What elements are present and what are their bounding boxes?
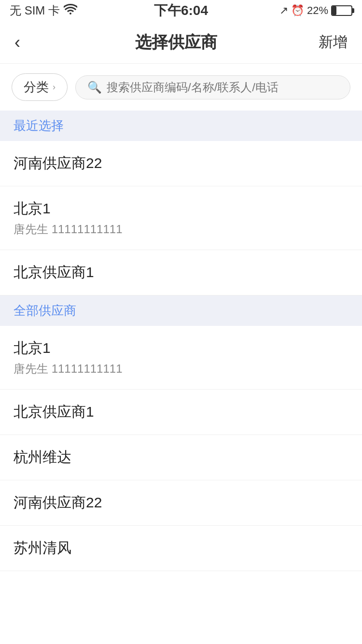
item-name: 北京供应商1 bbox=[14, 263, 348, 282]
category-button[interactable]: 分类 › bbox=[12, 73, 68, 101]
location-icon: ↗ bbox=[279, 4, 288, 17]
add-new-button[interactable]: 新增 bbox=[309, 32, 348, 52]
list-item[interactable]: 杭州维达 bbox=[0, 435, 362, 480]
category-label: 分类 bbox=[24, 79, 49, 96]
list-item[interactable]: 河南供应商22 bbox=[0, 480, 362, 526]
alarm-icon: ⏰ bbox=[291, 4, 304, 17]
item-name: 苏州清风 bbox=[14, 538, 348, 558]
item-name: 杭州维达 bbox=[14, 448, 348, 467]
recent-section-header: 最近选择 bbox=[0, 111, 362, 141]
all-section-label: 全部供应商 bbox=[14, 303, 76, 318]
back-button[interactable]: ‹ bbox=[14, 32, 43, 53]
page-title: 选择供应商 bbox=[43, 31, 309, 54]
status-right: ↗ ⏰ 22% bbox=[279, 4, 352, 17]
item-name: 北京供应商1 bbox=[14, 402, 348, 422]
search-icon: 🔍 bbox=[87, 81, 102, 94]
battery-percent: 22% bbox=[307, 4, 328, 17]
list-item[interactable]: 北京供应商1 bbox=[0, 390, 362, 435]
filter-bar: 分类 › 🔍 bbox=[0, 64, 362, 111]
list-item[interactable]: 北京供应商1 bbox=[0, 250, 362, 295]
list-item[interactable]: 北京1 唐先生 11111111111 bbox=[0, 186, 362, 250]
all-section-header: 全部供应商 bbox=[0, 295, 362, 326]
item-sub: 唐先生 11111111111 bbox=[14, 222, 348, 237]
search-box[interactable]: 🔍 bbox=[75, 75, 350, 99]
nav-bar: ‹ 选择供应商 新增 bbox=[0, 21, 362, 64]
status-left: 无 SIM 卡 bbox=[10, 3, 77, 18]
status-time: 下午6:04 bbox=[154, 1, 208, 20]
chevron-right-icon: › bbox=[53, 82, 56, 92]
sim-status: 无 SIM 卡 bbox=[10, 3, 60, 18]
recent-items-list: 河南供应商22 北京1 唐先生 11111111111 北京供应商1 bbox=[0, 141, 362, 295]
recent-section-label: 最近选择 bbox=[14, 118, 64, 133]
search-input[interactable] bbox=[107, 81, 338, 94]
list-item[interactable]: 河南供应商22 bbox=[0, 141, 362, 186]
all-items-list: 北京1 唐先生 11111111111 北京供应商1 杭州维达 河南供应商22 … bbox=[0, 326, 362, 571]
list-item[interactable]: 苏州清风 bbox=[0, 526, 362, 571]
list-item[interactable]: 北京1 唐先生 11111111111 bbox=[0, 326, 362, 390]
battery-icon bbox=[331, 5, 352, 16]
wifi-icon bbox=[64, 4, 77, 17]
status-bar: 无 SIM 卡 下午6:04 ↗ ⏰ 22% bbox=[0, 0, 362, 21]
item-name: 北京1 bbox=[14, 199, 348, 219]
item-sub: 唐先生 11111111111 bbox=[14, 361, 348, 377]
item-name: 北京1 bbox=[14, 338, 348, 358]
item-name: 河南供应商22 bbox=[14, 154, 348, 173]
item-name: 河南供应商22 bbox=[14, 493, 348, 513]
